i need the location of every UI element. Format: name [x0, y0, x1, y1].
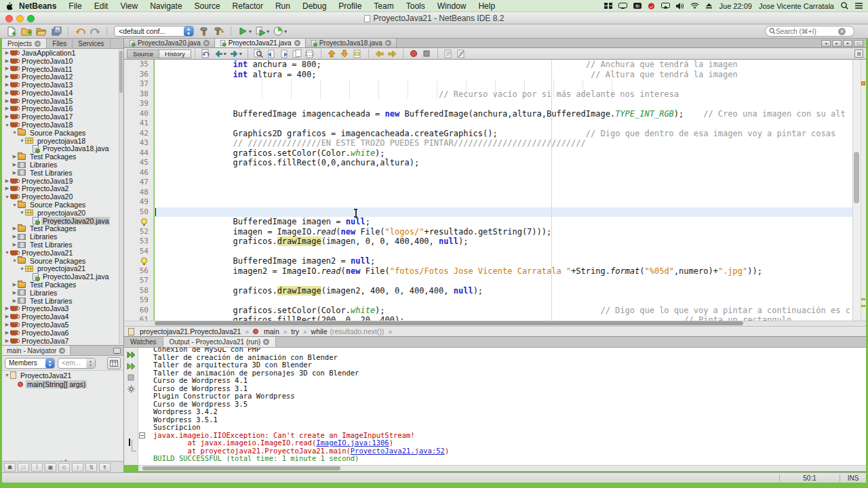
- project-tree-item-proyectojava14[interactable]: ▶ProyectoJava14: [2, 89, 123, 97]
- tab-list-icon[interactable]: ▾: [843, 40, 852, 47]
- code-line-37[interactable]: [155, 79, 852, 89]
- scroll-right-icon[interactable]: ▸: [832, 40, 842, 47]
- collapsed-arrow-icon[interactable]: ▶: [12, 234, 18, 239]
- forward-icon[interactable]: [229, 49, 240, 59]
- project-tree-item-source-packages[interactable]: ▼Source Packages: [2, 129, 123, 137]
- static-filter-icon[interactable]: ⅰ: [31, 463, 43, 472]
- project-tree-item-proyectojava5[interactable]: ▶ProyectoJava5: [2, 321, 123, 329]
- display-cast-icon[interactable]: [661, 1, 670, 11]
- rerun-debug-icon[interactable]: [126, 362, 136, 370]
- collapsed-arrow-icon[interactable]: ▶: [4, 82, 10, 87]
- uncomment-icon[interactable]: [456, 49, 467, 59]
- menu-debug[interactable]: Debug: [296, 1, 332, 11]
- navigator-item-main-string-args[interactable]: main(String[] args): [2, 380, 123, 388]
- code-line-44[interactable]: graficos.setColor(Color.white);: [155, 148, 852, 159]
- menu-help[interactable]: Help: [472, 1, 501, 11]
- collapsed-arrow-icon[interactable]: ▶: [12, 154, 18, 159]
- new-file-icon[interactable]: [5, 25, 18, 37]
- collapsed-arrow-icon[interactable]: ▶: [4, 74, 10, 79]
- collapsed-arrow-icon[interactable]: ▶: [4, 186, 10, 191]
- code-line-58[interactable]: graficos.drawImage(imagen2, 400, 0, 400,…: [155, 286, 852, 296]
- error-stripe-warning-mark[interactable]: [861, 81, 865, 85]
- expanded-arrow-icon[interactable]: ▼: [12, 258, 18, 263]
- inherited-filter-icon[interactable]: ☗: [4, 463, 16, 472]
- sort-alpha-icon[interactable]: ↕: [72, 463, 83, 472]
- error-stripe-mark[interactable]: [861, 298, 865, 300]
- menu-navigate[interactable]: Navigate: [144, 1, 188, 11]
- code-line-57[interactable]: [155, 276, 852, 286]
- navigator-filter-select[interactable]: <em...▲▼: [58, 358, 96, 369]
- collapsed-arrow-icon[interactable]: ▶: [4, 106, 10, 111]
- projects-scrollbar[interactable]: [119, 49, 123, 344]
- project-tree-item-test-packages[interactable]: ▶Test Packages: [2, 225, 123, 233]
- code-line-60[interactable]: graficos.setColor(Color.white); // Digo …: [155, 306, 852, 316]
- collapsed-arrow-icon[interactable]: ▶: [12, 290, 18, 296]
- code-line-50[interactable]: [155, 207, 852, 218]
- breadcrumb-while[interactable]: while (resultado.next()): [311, 327, 384, 336]
- close-icon[interactable]: ✕: [263, 339, 269, 345]
- project-tree-item-proyectojava12[interactable]: ▶ProyectoJava12: [2, 73, 123, 81]
- code-editor[interactable]: int anchura = 800; // Anchura que tendrá…: [155, 60, 852, 321]
- up-icon[interactable]: [326, 49, 338, 59]
- profile-icon[interactable]: [271, 25, 285, 37]
- output-hscrollbar-thumb[interactable]: [142, 466, 340, 470]
- shift-right-icon[interactable]: [387, 49, 398, 59]
- menu-view[interactable]: View: [114, 1, 144, 11]
- code-line-46[interactable]: [155, 168, 852, 178]
- history-view-button[interactable]: History: [159, 49, 191, 58]
- close-icon[interactable]: ✕: [203, 40, 210, 46]
- project-tree-item-proyectojava18-java[interactable]: ProyectoJava18.java: [2, 145, 123, 153]
- project-tree-item-libraries[interactable]: ▶Libraries: [2, 161, 123, 169]
- project-tree-item-javaapplication1[interactable]: ▶JavaApplication1: [2, 49, 123, 57]
- warning-bulb-icon[interactable]: [141, 258, 147, 264]
- project-tree-item-proyectojava6[interactable]: ▶ProyectoJava6: [2, 329, 123, 337]
- navigator-item-proyectojava21[interactable]: ▼ProyectoJava21: [2, 371, 123, 380]
- fqn-toggle-icon[interactable]: ¶: [99, 463, 111, 472]
- collapsed-arrow-icon[interactable]: ▶: [4, 178, 10, 184]
- collapsed-arrow-icon[interactable]: ▶: [4, 90, 10, 96]
- collapsed-arrow-icon[interactable]: ▶: [4, 330, 10, 336]
- menu-clock[interactable]: Jue 22:09: [719, 2, 752, 10]
- doc-pair-icon[interactable]: [292, 49, 303, 59]
- project-tree-item-proyectojava10[interactable]: ▶ProyectoJava10: [2, 57, 123, 65]
- project-tree-item-test-libraries[interactable]: ▶Test Libraries: [2, 241, 123, 249]
- back-icon[interactable]: [213, 49, 224, 59]
- editor-tab-proyectojava18-java[interactable]: ProyectoJava18.java✕: [306, 39, 397, 47]
- collapsed-arrow-icon[interactable]: ▶: [4, 306, 10, 311]
- project-tree-item-libraries[interactable]: ▶Libraries: [2, 289, 123, 297]
- comment-icon[interactable]: [443, 49, 454, 59]
- code-line-45[interactable]: graficos.fillRect(0,0,anchura,altura);: [155, 158, 852, 168]
- find-icon[interactable]: [253, 49, 264, 59]
- ant-settings-icon[interactable]: [126, 385, 136, 393]
- code-line-40[interactable]: BufferedImage imagencacheada = new Buffe…: [155, 109, 852, 119]
- code-line-55[interactable]: BufferedImage imagen2 = null;: [155, 256, 852, 266]
- project-tree-item-proyectojava20[interactable]: ▼proyectojava20: [2, 209, 123, 217]
- code-line-39[interactable]: [155, 99, 852, 109]
- code-line-49[interactable]: [155, 197, 852, 207]
- run-file-icon[interactable]: [254, 25, 267, 37]
- volume-icon[interactable]: [676, 1, 684, 11]
- collapsed-arrow-icon[interactable]: ▶: [4, 322, 10, 327]
- code-line-48[interactable]: [155, 188, 852, 198]
- project-tree-item-test-libraries[interactable]: ▶Test Libraries: [2, 297, 123, 305]
- project-tree-item-proyectojava18[interactable]: ▼proyectojava18: [2, 137, 123, 145]
- save-all-icon[interactable]: [50, 25, 63, 37]
- collapsed-arrow-icon[interactable]: ▶: [4, 338, 10, 344]
- breadcrumb-proyectojava21-proyectojava21[interactable]: proyectojava21.ProyectoJava21: [128, 327, 241, 336]
- close-icon[interactable]: ✕: [385, 40, 391, 46]
- editor-vscrollbar-thumb[interactable]: [854, 152, 859, 203]
- non-public-filter-icon[interactable]: ▣: [45, 463, 56, 472]
- source-view-button[interactable]: Source: [127, 49, 159, 58]
- project-tree-item-proyectojava15[interactable]: ▶ProyectoJava15: [2, 97, 123, 105]
- code-line-47[interactable]: [155, 178, 852, 188]
- tab-watches[interactable]: Watches: [124, 337, 163, 347]
- maximize-icon[interactable]: ▢: [854, 40, 863, 47]
- collapsed-arrow-icon[interactable]: ▶: [4, 58, 10, 64]
- expanded-arrow-icon[interactable]: ▼: [19, 210, 25, 215]
- code-line-61[interactable]: graficos.fillRect(200, 0, 20, 400); // P…: [155, 315, 852, 321]
- last-edit-icon[interactable]: [200, 49, 212, 59]
- apple-menu-icon[interactable]: [5, 1, 13, 11]
- red-badge-icon[interactable]: [648, 1, 655, 11]
- code-line-41[interactable]: [155, 119, 852, 129]
- project-tree-item-source-packages[interactable]: ▼Source Packages: [2, 201, 123, 209]
